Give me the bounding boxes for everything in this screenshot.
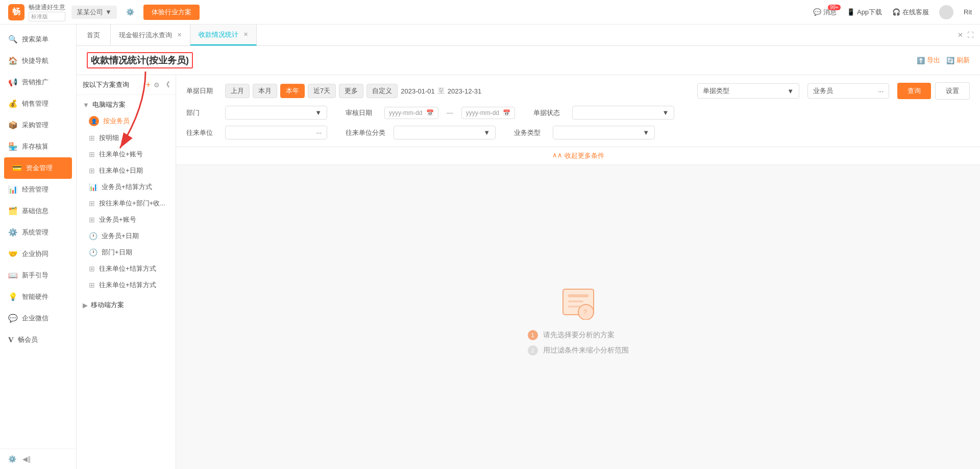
tab-maximize-icon[interactable]: ⛶ (967, 31, 974, 39)
content-area: 首页 现金银行流水查询 ✕ 收款情况统计 ✕ ✕ ⛶ 收款情况统计(按业务员) … (77, 25, 980, 469)
scheme-add-btn[interactable]: + (146, 80, 151, 89)
app-download-label: App下载 (857, 8, 882, 17)
sidebar-item-inventory[interactable]: 🏪 库存核算 (0, 136, 76, 157)
sidebar-item-finance[interactable]: 💳 资金管理 (4, 157, 72, 179)
scheme-item-by-detail[interactable]: ⊞ 按明细 (77, 130, 176, 146)
svg-rect-2 (568, 300, 583, 302)
scheme-item-unit-account[interactable]: ⊞ 往来单位+账号 (77, 146, 176, 162)
mobile-group-label: 移动端方案 (91, 300, 124, 310)
scheme-item-dept-date[interactable]: 🕐 部门+日期 (77, 244, 176, 261)
query-btn[interactable]: 查询 (897, 83, 931, 99)
sidebar-item-guide[interactable]: 📖 新手引导 (0, 265, 76, 286)
company-selector[interactable]: 某某公司 ▼ (71, 6, 117, 19)
trial-btn[interactable]: 体验行业方案 (143, 5, 200, 20)
tab-bank-flow-close[interactable]: ✕ (177, 32, 182, 38)
sidebar-item-basic[interactable]: 🗂️ 基础信息 (0, 200, 76, 222)
dept-label: 部门 (186, 108, 217, 118)
smart-icon: 💡 (8, 292, 18, 301)
partner-category-dropdown-icon: ▼ (483, 129, 490, 136)
tab-collection-stat-label: 收款情况统计 (199, 30, 238, 39)
scheme-header-actions: + ⚙ 《 (146, 80, 169, 89)
review-date-from[interactable]: yyyy-mm-dd 📅 (384, 107, 438, 119)
tab-bank-flow[interactable]: 现金银行流水查询 ✕ (111, 25, 190, 45)
filter-settings-btn[interactable]: 设置 (935, 82, 970, 100)
refresh-btn[interactable]: 🔄 刷新 (946, 56, 970, 65)
top-header: 畅 畅捷通好生意 标准版 某某公司 ▼ ⚙️ 体验行业方案 💬 消息 99+ 📱… (0, 0, 980, 25)
tab-collection-stat-close[interactable]: ✕ (243, 31, 248, 38)
date-filter-group: 上月 本月 本年 近7天 更多 自定义 2023-01-01 至 2023-12… (225, 84, 689, 98)
tab-close-all-icon[interactable]: ✕ (958, 31, 963, 39)
svg-rect-1 (568, 294, 589, 297)
scheme-item-label: 按业务员 (103, 116, 130, 126)
scheme-collapse-btn[interactable]: 《 (163, 80, 169, 89)
partner-selector[interactable]: ··· (225, 126, 327, 139)
date-btn-last-month[interactable]: 上月 (225, 84, 250, 98)
sidebar-item-search[interactable]: 🔍 搜索菜单 (0, 29, 76, 50)
sidebar-item-member[interactable]: V 畅会员 (0, 329, 76, 350)
settings-icon[interactable]: ⚙️ (123, 5, 137, 19)
tab-home[interactable]: 首页 (77, 25, 111, 45)
scheme-group-mobile-header[interactable]: ▶ 移动端方案 (77, 297, 176, 313)
sidebar-item-operation[interactable]: 📊 经营管理 (0, 179, 76, 200)
scheme-item-unit-date[interactable]: ⊞ 往来单位+日期 (77, 162, 176, 179)
scheme-settings-btn[interactable]: ⚙ (154, 81, 160, 89)
salesperson-selector[interactable]: 业务员 ··· (807, 83, 889, 99)
doc-status-selector[interactable]: ▼ (572, 106, 674, 120)
sidebar-item-system[interactable]: ⚙️ 系统管理 (0, 222, 76, 243)
sidebar-label-basic: 基础信息 (22, 206, 48, 216)
salesperson-label: 业务员 (813, 86, 833, 96)
sidebar-label-smart: 智能硬件 (22, 292, 48, 301)
user-avatar[interactable] (939, 5, 953, 19)
inventory-icon: 🏪 (8, 142, 18, 151)
sidebar-item-sales[interactable]: 💰 销售管理 (0, 93, 76, 114)
scheme-item-sales-account[interactable]: ⊞ 业务员+账号 (77, 212, 176, 228)
scheme-group-desktop-header[interactable]: ▼ 电脑端方案 (77, 97, 176, 112)
scheme-item-label: 按往来单位+部门+收... (99, 199, 165, 208)
export-label: 导出 (927, 56, 940, 65)
dept-selector[interactable]: ▼ (225, 106, 327, 120)
dash: 至 (438, 86, 445, 96)
date-btn-this-year[interactable]: 本年 (280, 84, 305, 98)
sales-settlement-icon: 📊 (89, 183, 97, 191)
online-service-btn[interactable]: 🎧 在线客服 (892, 8, 929, 17)
sidebar-item-smart[interactable]: 💡 智能硬件 (0, 286, 76, 308)
search-icon: 🔍 (8, 35, 18, 44)
business-type-selector[interactable]: ▼ (553, 126, 655, 139)
mobile-group-expand-icon: ▶ (83, 301, 88, 309)
unit-account-icon: ⊞ (89, 150, 95, 158)
scheme-item-unit-dept-collect[interactable]: ⊞ 按往来单位+部门+收... (77, 195, 176, 212)
scheme-item-unit-settlement1[interactable]: ⊞ 往来单位+结算方式 (77, 261, 176, 277)
unit-settlement1-icon: ⊞ (89, 265, 95, 273)
export-btn[interactable]: ⬆️ 导出 (917, 56, 940, 65)
tab-home-label: 首页 (87, 31, 100, 40)
collapse-bar[interactable]: ∧∧ 收起更多条件 (176, 147, 980, 165)
scheme-item-sales-settlement[interactable]: 📊 业务员+结算方式 (77, 179, 176, 195)
date-btn-custom[interactable]: 自定义 (366, 84, 398, 98)
filter-row-2: 部门 ▼ 审核日期 yyyy-mm-dd 📅 — yyyy-mm-dd (186, 106, 970, 120)
collapse-sidebar-icon[interactable]: ◀‖ (22, 455, 31, 463)
sidebar-item-quick-nav[interactable]: 🏠 快捷导航 (0, 50, 76, 72)
scheme-item-sales-date[interactable]: 🕐 业务员+日期 (77, 228, 176, 244)
gear-bottom-icon[interactable]: ⚙️ (8, 455, 16, 463)
date-btn-this-month[interactable]: 本月 (253, 84, 277, 98)
app-download-btn[interactable]: 📱 App下载 (847, 8, 882, 17)
sidebar-item-purchase[interactable]: 📦 采购管理 (0, 114, 76, 136)
sidebar-item-marketing[interactable]: 📢 营销推广 (0, 72, 76, 93)
sidebar-item-corp[interactable]: 🤝 企业协同 (0, 243, 76, 265)
date-btn-7days[interactable]: 近7天 (308, 84, 336, 98)
message-btn[interactable]: 💬 消息 99+ (813, 8, 837, 17)
scheme-item-label: 业务员+账号 (99, 215, 136, 224)
filter-row-1: 单据日期 上月 本月 本年 近7天 更多 自定义 2023-01-01 至 20 (186, 82, 970, 100)
scheme-item-by-salesperson[interactable]: 👤 按业务员 (77, 112, 176, 130)
date-btn-more[interactable]: 更多 (339, 84, 363, 98)
sidebar-item-wechat[interactable]: 💬 企业微信 (0, 308, 76, 329)
scheme-item-unit-settlement2[interactable]: ⊞ 往来单位+结算方式 (77, 277, 176, 293)
tab-collection-stat[interactable]: 收款情况统计 ✕ (190, 25, 257, 45)
date-label: 单据日期 (186, 86, 217, 96)
doc-type-selector[interactable]: 单据类型 ▼ (697, 83, 799, 99)
download-icon: 📱 (847, 8, 855, 16)
edition-badge: 标准版 (29, 12, 65, 21)
scheme-item-label: 往来单位+账号 (99, 150, 143, 159)
partner-category-selector[interactable]: ▼ (394, 126, 496, 139)
review-date-to[interactable]: yyyy-mm-dd 📅 (461, 107, 516, 119)
